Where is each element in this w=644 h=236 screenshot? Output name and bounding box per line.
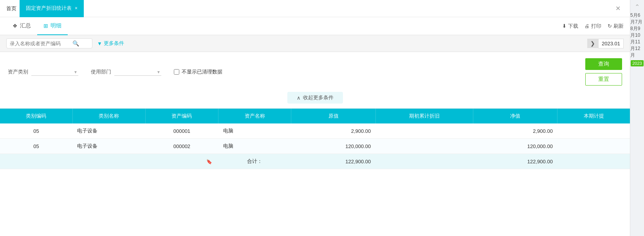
sidebar-scroll-up[interactable]: ⌃ (635, 3, 640, 11)
asset-type-select[interactable] (31, 68, 78, 76)
download-icon: ⬇ (562, 23, 566, 29)
table-row[interactable]: 05 电子设备 000002 电脑 120,000.00 120,000.00 (0, 139, 630, 154)
col-original-value: 原值 (291, 109, 375, 123)
tab-detail-label: 明细 (51, 22, 61, 29)
cell-asset-name: 电脑 (218, 139, 291, 154)
cell-accumulated-dep (375, 123, 473, 139)
cell-asset-name: 电脑 (218, 123, 291, 139)
col-type-name: 类别名称 (72, 109, 145, 123)
asset-type-filter: 资产类别 ▼ (8, 68, 78, 76)
filter-label: 更多条件 (104, 40, 124, 47)
col-asset-code: 资产编码 (145, 109, 218, 123)
download-button[interactable]: ⬇ 下载 (562, 23, 578, 30)
date-prev-button[interactable]: ❯ (587, 39, 598, 48)
reset-button[interactable]: 重置 (585, 73, 622, 86)
filter-button[interactable]: ▼ 更多条件 (97, 40, 124, 47)
filter-icon: ▼ (97, 41, 102, 46)
collapse-label: 收起更多条件 (303, 94, 334, 101)
collapse-button[interactable]: ∧ 收起更多条件 (287, 92, 343, 104)
download-label: 下载 (568, 23, 578, 30)
cell-net-value: 2,900.00 (473, 123, 557, 139)
sidebar-year-badge: 2023 (631, 60, 643, 66)
total-row: 🔖 合计： 122,900.00 122,900.00 (0, 154, 630, 169)
col-accumulated-dep: 期初累计折旧 (375, 109, 473, 123)
total-net-value: 122,900.00 (473, 154, 557, 169)
hide-cleared-label: 不显示已清理数据 (182, 68, 222, 75)
nav-home[interactable]: 首页 (6, 5, 16, 12)
cell-original-value: 120,000.00 (291, 139, 375, 154)
cell-type-code: 05 (0, 139, 72, 154)
total-accumulated-dep (375, 154, 473, 169)
nav-tab-label: 固定资产折旧统计表 (26, 5, 72, 12)
print-button[interactable]: 🖨 打印 (584, 23, 601, 30)
cell-type-name: 电子设备 (72, 123, 145, 139)
total-label: 合计： (218, 154, 291, 169)
cell-original-value: 2,900.00 (291, 123, 375, 139)
refresh-label: 刷新 (613, 23, 624, 30)
cell-type-code: 05 (0, 123, 72, 139)
tab-summary[interactable]: ❖ 汇总 (6, 17, 37, 35)
total-icon: 🔖 (206, 159, 212, 164)
dept-select[interactable] (114, 68, 161, 76)
col-asset-name: 资产名称 (218, 109, 291, 123)
col-net-value: 净值 (473, 109, 557, 123)
nav-tab[interactable]: 固定资产折旧统计表 × (20, 0, 84, 17)
cell-asset-code: 000001 (145, 123, 218, 139)
col-type-code: 类别编码 (0, 109, 72, 123)
refresh-button[interactable]: ↻ 刷新 (608, 23, 624, 30)
close-icon[interactable]: × (75, 5, 78, 11)
cell-type-name: 电子设备 (72, 139, 145, 154)
collapse-icon: ∧ (297, 95, 301, 101)
cell-accumulated-dep (375, 139, 473, 154)
dept-filter: 使用部门 ▼ (91, 68, 161, 76)
total-current-period (557, 154, 630, 169)
search-icon: 🔍 (72, 40, 79, 46)
total-original-value: 122,900.00 (291, 154, 375, 169)
table-row[interactable]: 05 电子设备 000001 电脑 2,900.00 2,900.00 (0, 123, 630, 139)
detail-icon: ⊞ (43, 23, 48, 29)
tab-detail[interactable]: ⊞ 明细 (37, 17, 68, 35)
cell-current-period (557, 139, 630, 154)
tab-summary-label: 汇总 (20, 22, 31, 29)
search-input-wrap: 🔍 (6, 38, 92, 48)
total-icon-cell: 🔖 (0, 154, 218, 169)
cell-net-value: 120,000.00 (473, 139, 557, 154)
search-input[interactable] (10, 41, 72, 46)
date-label: 2023.01 (598, 39, 624, 48)
refresh-icon: ↻ (608, 23, 612, 29)
print-icon: 🖨 (584, 23, 590, 29)
col-current-period: 本期计提 (557, 109, 630, 123)
hide-cleared-checkbox[interactable] (174, 69, 179, 75)
hide-cleared-filter[interactable]: 不显示已清理数据 (174, 68, 222, 75)
window-close-button[interactable]: ✕ (612, 3, 624, 14)
cell-current-period (557, 123, 630, 139)
print-label: 打印 (591, 23, 601, 30)
cell-asset-code: 000002 (145, 139, 218, 154)
asset-type-label: 资产类别 (8, 68, 28, 75)
summary-icon: ❖ (13, 23, 18, 29)
dept-label: 使用部门 (91, 68, 111, 75)
query-button[interactable]: 查询 (585, 58, 622, 70)
